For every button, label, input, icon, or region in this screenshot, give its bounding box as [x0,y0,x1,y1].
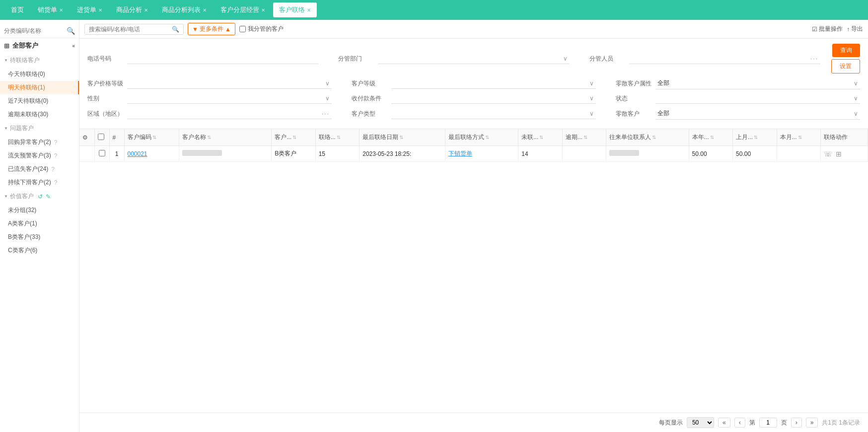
export-icon: ↑ [847,26,850,33]
th-this-month[interactable]: 本月...⇅ [777,129,821,146]
sidebar-item-class-c[interactable]: C类客户(6) [0,244,79,257]
contact-icon[interactable]: ☏ [824,150,833,158]
price-level-select[interactable]: ∨ [127,78,332,89]
nav-close-purchase[interactable]: ✕ [98,7,102,13]
total-text: 共1页 1条记录 [822,419,860,427]
region-select[interactable]: ··· [127,109,332,119]
more-conditions-button[interactable]: ▼ 更多条件 ▲ [188,23,235,35]
sort-icon-this-month: ⇅ [798,135,802,140]
search-input[interactable] [89,26,172,33]
payment-select[interactable]: ∨ [391,93,596,104]
search-icon[interactable]: 🔍 [172,26,179,33]
nav-customer-segmentation[interactable]: 客户分层经营 ✕ [215,2,271,17]
th-last-month[interactable]: 上月...⇅ [733,129,777,146]
last-page-button[interactable]: » [806,418,818,428]
sidebar-item-ungrouped[interactable]: 未分组(32) [0,204,79,217]
table-body: 1 000021 B类客户 15 2023-05-23 18:25: 下销货单 … [79,146,868,162]
retail-attr-select[interactable]: 全部 ∨ [655,77,860,89]
nav-close-product-analysis-list[interactable]: ✕ [203,7,207,13]
th-last-contact-date[interactable]: 最后联络日期⇅ [360,129,445,146]
filter-dept: 分管部门 ∨ [338,54,569,64]
sidebar-item-overdue-contact[interactable]: 逾期未联络(30) [0,108,79,121]
th-this-year[interactable]: 本年...⇅ [689,129,733,146]
row-last-contact-method[interactable]: 下销货单 [445,146,518,162]
query-button[interactable]: 查询 [832,44,860,57]
sidebar-item-repurchase-anomaly[interactable]: 回购异常客户(2) ? [0,136,79,149]
status-select[interactable]: ∨ [655,93,860,104]
edit-icon[interactable]: ✎ [46,193,51,200]
sidebar-item-churned[interactable]: 已流失客户(24) ? [0,162,79,176]
setting-button[interactable]: 设置 [831,59,860,73]
sidebar-all-customers[interactable]: ⊞ 全部客户 « [0,38,79,53]
th-contact-person[interactable]: 往来单位联系人⇅ [606,129,689,146]
batch-operation-button[interactable]: ☑ 批量操作 [812,25,843,33]
row-checkbox[interactable] [99,150,105,156]
th-name[interactable]: 客户名称⇅ [179,129,271,146]
page-size-label: 每页显示 [659,419,683,427]
grid-icon: ⊞ [4,42,9,50]
triangle-icon-3: ▼ [4,194,8,199]
nav-close-product-analysis[interactable]: ✕ [144,7,148,13]
sidebar-search-area: 🔍 [0,24,79,38]
sidebar-search-icon[interactable]: 🔍 [67,27,75,35]
prev-page-button[interactable]: ‹ [734,418,745,428]
sidebar-item-tomorrow-contact[interactable]: 明天待联络(1) [0,81,79,94]
sidebar-item-today-contact[interactable]: 今天待联络(0) [0,68,79,81]
nav-product-analysis[interactable]: 商品分析 ✕ [110,2,154,17]
th-overdue[interactable]: 逾期...⇅ [562,129,606,146]
th-code[interactable]: 客户编码⇅ [124,129,179,146]
nav-customer-contact[interactable]: 客户联络 ✕ [273,2,317,17]
nav-home[interactable]: 首页 [5,2,30,17]
page-size-select[interactable]: 50 100 200 [687,417,714,428]
retail-customer-select[interactable]: 全部 ∨ [655,108,860,120]
filter-gender: 性别 ∨ [87,93,332,104]
more-icon[interactable]: ⊞ [836,150,842,158]
nav-close-customer-contact[interactable]: ✕ [307,7,311,13]
dept-select[interactable]: ∨ [378,54,569,64]
customer-level-select[interactable]: ∨ [391,78,596,89]
row-gear [79,146,94,162]
row-code[interactable]: 000021 [124,146,179,162]
th-no-contact[interactable]: 未联...⇅ [518,129,563,146]
row-check[interactable] [94,146,109,162]
sidebar-item-class-a[interactable]: A类客户(1) [0,217,79,230]
sidebar-item-churn-warning[interactable]: 流失预警客户(3) ? [0,149,79,162]
sidebar-item-7days-contact[interactable]: 近7天待联络(0) [0,94,79,108]
nav-close-customer-seg[interactable]: ✕ [261,7,265,13]
first-page-button[interactable]: « [718,418,730,428]
sidebar-item-class-b[interactable]: B类客户(33) [0,230,79,244]
filter-row-4: 区域（地区） ··· 客户类型 ∨ 零散客户 [87,108,860,120]
th-check[interactable] [94,129,109,146]
table-header: ⚙ # 客户编码⇅ 客户名称⇅ 客户...⇅ [79,129,868,146]
th-gear[interactable]: ⚙ [79,129,94,146]
customer-type-label: 客户类型 [352,110,391,118]
th-last-contact-method[interactable]: 最后联络方式⇅ [445,129,518,146]
customer-type-select[interactable]: ∨ [391,109,596,119]
sort-icon-this-year: ⇅ [710,135,714,140]
export-button[interactable]: ↑ 导出 [847,25,863,33]
page-number-input[interactable] [759,418,777,428]
row-last-month: 50.00 [733,146,777,162]
next-page-button[interactable]: › [791,418,802,428]
th-type[interactable]: 客户...⇅ [272,129,316,146]
manager-select[interactable]: ··· [629,54,820,64]
price-level-label: 客户价格等级 [87,79,127,88]
nav-purchase-order[interactable]: 进货单 ✕ [71,2,108,17]
nav-sales-order[interactable]: 销货单 ✕ [32,2,69,17]
nav-product-analysis-list[interactable]: 商品分析列表 ✕ [156,2,213,17]
top-navigation: 首页 销货单 ✕ 进货单 ✕ 商品分析 ✕ 商品分析列表 ✕ 客户分层经营 ✕ … [0,0,868,20]
filter-row-3: 性别 ∨ 收付款条件 ∨ 状态 [87,93,860,104]
my-customers-checkbox[interactable] [239,26,246,32]
sidebar-search-input[interactable] [4,27,67,34]
th-contact[interactable]: 联络...⇅ [315,129,360,146]
retail-customer-arrow: ∨ [854,110,858,117]
triangle-icon-2: ▼ [4,126,8,131]
refresh-icon[interactable]: ↺ [38,193,43,200]
nav-close-sales[interactable]: ✕ [59,7,63,13]
phone-input[interactable] [127,54,318,64]
my-customers-checkbox-label[interactable]: 我分管的客户 [239,25,284,33]
select-all-checkbox[interactable] [98,134,104,140]
chevron-up-icon: ▲ [225,26,231,33]
sidebar-item-declining[interactable]: 持续下滑客户(2) ? [0,176,79,189]
gender-select[interactable]: ∨ [127,93,332,104]
